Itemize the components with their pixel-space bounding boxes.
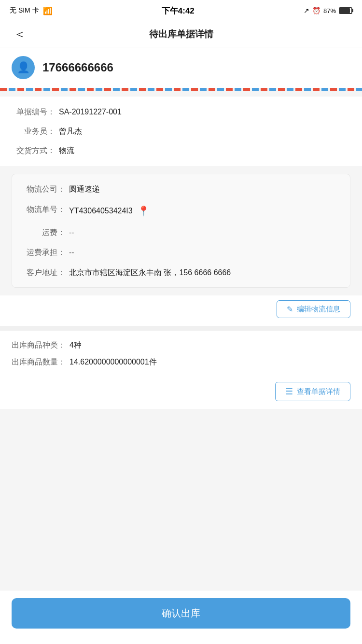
battery-text: 87%: [323, 7, 336, 14]
goods-section: 出库商品种类： 4种 出库商品数量： 14.6200000000000001件: [0, 331, 362, 377]
avatar-icon: 👤: [17, 61, 30, 74]
address-value: 北京市市辖区海淀区永丰南 张，156 6666 6666: [69, 266, 340, 279]
section-separator: [0, 326, 362, 331]
status-time: 下午4:42: [162, 5, 195, 16]
goods-qty-label: 出库商品数量：: [12, 357, 66, 367]
order-info-section: 单据编号： SA-20191227-001 业务员： 曾凡杰 交货方式： 物流: [0, 97, 362, 166]
alarm-icon: ⏰: [312, 7, 320, 14]
list-icon: ☰: [285, 386, 293, 397]
customer-phone: 17666666666: [42, 61, 113, 74]
edit-logistics-button[interactable]: ✎ 编辑物流信息: [277, 300, 350, 318]
location-icon: ↗: [304, 7, 309, 14]
delivery-row: 交货方式： 物流: [12, 145, 350, 156]
delivery-value: 物流: [59, 145, 350, 156]
bottom-space: [0, 409, 362, 486]
carrier-text: 无 SIM 卡: [10, 6, 39, 15]
confirm-outbound-button[interactable]: 确认出库: [12, 598, 350, 629]
company-label: 物流公司：: [22, 183, 65, 196]
order-no-row: 单据编号： SA-20191227-001: [12, 106, 350, 118]
dashed-divider: [0, 88, 362, 91]
freight-row: 运费： --: [22, 226, 340, 239]
salesperson-row: 业务员： 曾凡杰: [12, 126, 350, 137]
view-details-button[interactable]: ☰ 查看单据详情: [275, 382, 350, 401]
status-bar: 无 SIM 卡 📶 下午4:42 ↗ ⏰ 87%: [0, 0, 362, 21]
customer-header: 👤 17666666666: [0, 47, 362, 88]
freight-value: --: [69, 226, 340, 239]
freight-bear-value: --: [69, 246, 340, 259]
view-btn-row: ☰ 查看单据详情: [0, 377, 362, 409]
address-label: 客户地址：: [22, 266, 65, 279]
nav-bar: ＜ 待出库单据详情: [0, 21, 362, 47]
company-value: 圆通速递: [69, 183, 340, 196]
goods-qty-value: 14.6200000000000001件: [70, 357, 157, 367]
status-right: ↗ ⏰ 87%: [304, 7, 352, 14]
confirm-btn-wrap: 确认出库: [0, 590, 362, 644]
salesperson-value: 曾凡杰: [59, 126, 350, 137]
freight-bear-row: 运费承担： --: [22, 246, 340, 259]
edit-icon: ✎: [287, 305, 293, 314]
location-pin-icon[interactable]: 📍: [138, 203, 150, 219]
tracking-value: YT43064053424I3 📍: [69, 203, 340, 219]
avatar: 👤: [12, 56, 35, 79]
delivery-label: 交货方式：: [12, 145, 55, 156]
company-row: 物流公司： 圆通速递: [22, 183, 340, 196]
freight-bear-label: 运费承担：: [22, 246, 65, 259]
page-title: 待出库单据详情: [149, 28, 213, 41]
goods-type-row: 出库商品种类： 4种: [12, 340, 350, 350]
wifi-icon: 📶: [43, 6, 53, 15]
order-no-value: SA-20191227-001: [59, 106, 350, 118]
edit-btn-row: ✎ 编辑物流信息: [0, 295, 362, 326]
freight-label: 运费：: [22, 226, 65, 239]
order-no-label: 单据编号：: [12, 106, 55, 118]
goods-qty-row: 出库商品数量： 14.6200000000000001件: [12, 357, 350, 367]
back-button[interactable]: ＜: [10, 24, 30, 44]
logistics-card: 物流公司： 圆通速递 物流单号： YT43064053424I3 📍 运费： -…: [12, 174, 350, 288]
status-carrier: 无 SIM 卡 📶: [10, 6, 53, 15]
goods-type-value: 4种: [70, 340, 82, 350]
salesperson-label: 业务员：: [12, 126, 55, 137]
battery-icon: [339, 7, 352, 14]
tracking-label: 物流单号：: [22, 203, 65, 216]
goods-type-label: 出库商品种类：: [12, 340, 66, 350]
tracking-row: 物流单号： YT43064053424I3 📍: [22, 203, 340, 219]
address-row: 客户地址： 北京市市辖区海淀区永丰南 张，156 6666 6666: [22, 266, 340, 279]
